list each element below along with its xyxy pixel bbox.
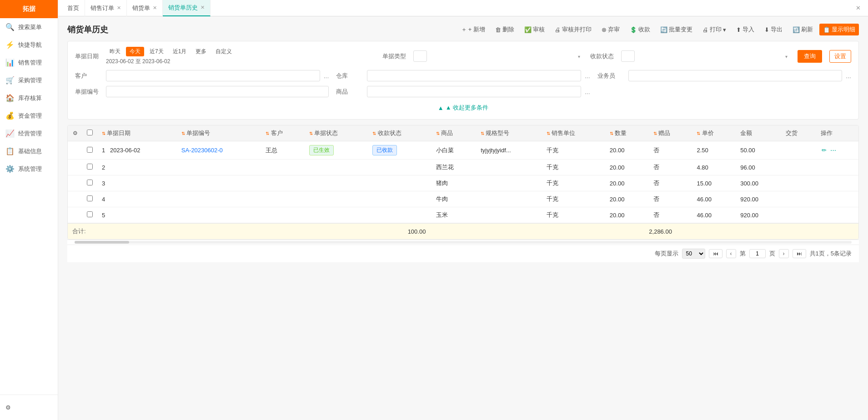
doc-no-input[interactable]	[106, 86, 329, 97]
sidebar-item-search-menu[interactable]: 🔍 搜索菜单	[0, 18, 58, 36]
col-doc-status[interactable]: ⇅ 单据状态	[305, 125, 368, 141]
import-button[interactable]: ⬆ 导入	[733, 24, 758, 35]
sidebar-item-sales-mgmt[interactable]: 📊 销售管理	[0, 54, 58, 71]
customer-input[interactable]	[106, 70, 320, 81]
warehouse-dots[interactable]: ...	[585, 72, 590, 80]
next-page-btn[interactable]: ›	[779, 249, 789, 258]
tab-home[interactable]: 首页	[62, 0, 85, 16]
filter-group-doc-no: 单据编号	[75, 86, 329, 97]
tab-sales-goods-close[interactable]: ✕	[153, 5, 157, 11]
row-settings-col	[68, 141, 82, 160]
col-doc-date[interactable]: ⇅ 单据日期	[97, 125, 177, 141]
filter-group-customer: 客户 ...	[75, 70, 329, 81]
sort-icon: ⇅	[481, 131, 484, 136]
sidebar-bottom-btn1[interactable]: ⚙	[0, 400, 58, 415]
audit-print-button[interactable]: 🖨 审核并打印	[551, 24, 595, 35]
chip-today[interactable]: 今天	[126, 47, 144, 56]
sidebar-item-purchase-mgmt[interactable]: 🛒 采购管理	[0, 71, 58, 89]
row-checkbox[interactable]	[87, 180, 93, 185]
sort-icon: ⇅	[653, 131, 657, 136]
prev-page-btn[interactable]: ‹	[726, 249, 736, 258]
row-checkbox[interactable]	[87, 147, 93, 153]
col-quantity[interactable]: ⇅ 数量	[605, 125, 649, 141]
sidebar-item-label: 采购管理	[18, 76, 42, 85]
first-page-btn[interactable]: ⏮	[709, 249, 722, 258]
col-settings[interactable]: ⚙	[68, 125, 82, 141]
print-button[interactable]: 🖨 打印 ▾	[699, 24, 730, 35]
goods-dots[interactable]: ...	[585, 88, 590, 95]
select-all-checkbox[interactable]	[87, 130, 93, 135]
customer-dots[interactable]: ...	[324, 72, 329, 80]
row-checkbox[interactable]	[87, 195, 93, 201]
batch-change-button[interactable]: 🔄 批量变更	[657, 24, 696, 35]
sidebar-item-basic-info[interactable]: 📋 基础信息	[0, 142, 58, 160]
delete-button[interactable]: 🗑 删除	[492, 24, 518, 35]
close-all-tabs[interactable]: ✕	[852, 5, 864, 11]
filter-group-date: 单据日期 昨天 今天 近7天 近1月 更多 自定义 2023-06-02 至 2…	[75, 47, 375, 65]
abandon-button[interactable]: ⊗ 弃审	[598, 24, 623, 35]
row-spec: tyjyjtyjyidf...	[476, 141, 542, 160]
tab-sales-history[interactable]: 销货单历史 ✕	[163, 0, 211, 16]
collect-button[interactable]: 💲 收款	[626, 24, 654, 35]
system-mgmt-icon: ⚙️	[5, 165, 15, 173]
edit-action-btn[interactable]: ✏	[821, 147, 828, 154]
sidebar-item-operations[interactable]: 📈 经营管理	[0, 125, 58, 142]
settings-button[interactable]: 设置	[829, 50, 851, 63]
more-action-btn[interactable]: ⋯	[829, 147, 837, 154]
col-customer[interactable]: ⇅ 客户	[261, 125, 305, 141]
doc-type-select[interactable]	[413, 50, 427, 62]
row-checkbox-col	[82, 175, 97, 191]
col-spec[interactable]: ⇅ 规格型号	[476, 125, 542, 141]
tab-sales-order[interactable]: 销售订单 ✕	[85, 0, 127, 16]
add-button[interactable]: ＋ + 新增	[457, 24, 489, 35]
scrollbar-thumb[interactable]	[75, 241, 129, 244]
chip-custom[interactable]: 自定义	[212, 47, 236, 56]
sidebar-item-inventory[interactable]: 🏠 库存核算	[0, 89, 58, 107]
staff-label: 业务员	[597, 72, 625, 80]
warehouse-input[interactable]	[367, 70, 581, 81]
refresh-button[interactable]: 🔃 刷新	[789, 24, 817, 35]
table-row: 4 牛肉 千克 20.00 否 46.00 920.00	[68, 191, 858, 207]
chip-yesterday[interactable]: 昨天	[106, 47, 124, 56]
sidebar-item-quick-nav[interactable]: ⚡ 快捷导航	[0, 36, 58, 54]
sidebar-item-finance-mgmt[interactable]: 💰 资金管理	[0, 107, 58, 125]
date-label: 单据日期	[75, 52, 102, 60]
col-doc-no[interactable]: ⇅ 单据编号	[177, 125, 261, 141]
col-gift[interactable]: ⇅ 赠品	[649, 125, 692, 141]
tab-sales-order-close[interactable]: ✕	[117, 5, 121, 11]
collect-status-select[interactable]	[621, 50, 635, 62]
row-collect-status	[368, 191, 431, 207]
warehouse-label: 仓库	[336, 72, 363, 80]
footer-label: 合计:	[72, 227, 86, 235]
goods-input[interactable]	[367, 86, 581, 97]
doc-no-link[interactable]: SA-20230602-0	[181, 147, 223, 154]
col-unit-price[interactable]: ⇅ 单价	[692, 125, 736, 141]
export-button[interactable]: ⬇ 导出	[761, 24, 786, 35]
show-detail-button[interactable]: 📋 显示明细	[819, 24, 859, 35]
scrollbar-track[interactable]	[75, 241, 852, 244]
main-table: ⚙ ⇅ 单据日期 ⇅ 单据编号 ⇅ 客户 ⇅ 单据状态 ⇅ 收款状态 ⇅ 商品 …	[68, 125, 858, 223]
audit-button[interactable]: ✅ 审核	[521, 24, 548, 35]
col-goods[interactable]: ⇅ 商品	[431, 125, 477, 141]
filter-group-goods: 商品 ...	[336, 86, 590, 97]
page-size-select[interactable]: 50 100	[682, 249, 705, 259]
doc-no-label: 单据编号	[75, 88, 102, 96]
row-checkbox[interactable]	[87, 164, 93, 170]
row-doc-no	[177, 160, 261, 175]
row-checkbox[interactable]	[87, 211, 93, 217]
chip-7days[interactable]: 近7天	[146, 47, 167, 56]
chip-1month[interactable]: 近1月	[169, 47, 191, 56]
filter-group-warehouse: 仓库 ...	[336, 70, 590, 81]
chip-more[interactable]: 更多	[192, 47, 210, 56]
staff-dots[interactable]: ...	[846, 72, 851, 80]
col-sales-unit[interactable]: ⇅ 销售单位	[542, 125, 605, 141]
last-page-btn[interactable]: ⏭	[793, 249, 806, 258]
tab-sales-history-close[interactable]: ✕	[201, 5, 205, 10]
staff-input[interactable]	[628, 70, 843, 81]
sidebar-item-system-mgmt[interactable]: ⚙️ 系统管理	[0, 160, 58, 178]
collapse-more-btn[interactable]: ▲ ▲ 收起更多条件	[75, 102, 851, 114]
query-button[interactable]: 查询	[798, 50, 822, 63]
page-input[interactable]	[749, 249, 766, 258]
tab-sales-goods[interactable]: 销货单 ✕	[127, 0, 163, 16]
col-collect-status[interactable]: ⇅ 收款状态	[368, 125, 431, 141]
